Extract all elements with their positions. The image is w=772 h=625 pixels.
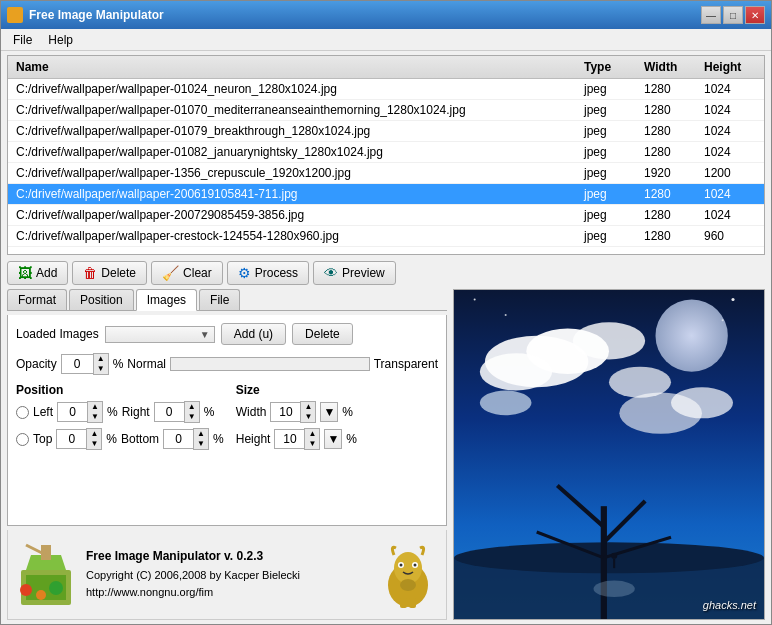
top-radio[interactable]	[16, 433, 29, 446]
normal-label: Normal	[127, 357, 166, 371]
file-height: 1024	[700, 207, 760, 223]
top-down[interactable]: ▼	[87, 439, 101, 449]
toolbar: 🖼 Add 🗑 Delete 🧹 Clear ⚙ Process 👁 Previ…	[1, 257, 771, 289]
left-input[interactable]	[57, 402, 87, 422]
svg-point-4	[20, 584, 32, 596]
loaded-images-label: Loaded Images	[16, 327, 99, 341]
bottom-down[interactable]: ▼	[194, 439, 208, 449]
height-label: Height	[236, 432, 271, 446]
file-height: 960	[700, 249, 760, 251]
svg-rect-15	[409, 598, 416, 608]
height-input[interactable]	[274, 429, 304, 449]
bottom-percent: %	[213, 432, 224, 446]
width-unit-dropdown[interactable]: ▼	[320, 402, 338, 422]
tab-position[interactable]: Position	[69, 289, 134, 310]
tab-file[interactable]: File	[199, 289, 240, 310]
top-input[interactable]	[56, 429, 86, 449]
process-icon: ⚙	[238, 265, 251, 281]
images-tab-content: Loaded Images ▼ Add (u) Delete Opacity ▲	[7, 315, 447, 526]
table-row[interactable]: C:/drivef/wallpaper/wallpaper-01082_janu…	[8, 142, 764, 163]
opacity-spinner[interactable]: ▲ ▼	[93, 353, 109, 375]
close-button[interactable]: ✕	[745, 6, 765, 24]
left-radio[interactable]	[16, 406, 29, 419]
width-down[interactable]: ▼	[301, 412, 315, 422]
add-label: Add	[36, 266, 57, 280]
svg-point-26	[671, 387, 733, 418]
window-controls: — □ ✕	[701, 6, 765, 24]
bottom-label: Bottom	[121, 432, 159, 446]
clear-label: Clear	[183, 266, 212, 280]
width-spinner[interactable]: ▲ ▼	[300, 401, 316, 423]
preview-box: ghacks.net	[453, 289, 765, 620]
opacity-down[interactable]: ▼	[94, 364, 108, 374]
tab-format[interactable]: Format	[7, 289, 67, 310]
height-up[interactable]: ▲	[305, 429, 319, 439]
copyright-text: Copyright (C) 2006,2008 by Kacper Bielec…	[86, 567, 368, 585]
file-width: 1280	[640, 228, 700, 244]
table-row[interactable]: C:/drivef/wallpaper/wallpaper-1356_crepu…	[8, 163, 764, 184]
loaded-images-dropdown[interactable]: ▼	[105, 326, 215, 343]
left-down[interactable]: ▼	[88, 412, 102, 422]
table-row[interactable]: C:/drivef/wallpaper/wallpaper-DHS_wallpa…	[8, 247, 764, 251]
file-name: C:/drivef/wallpaper/wallpaper-01070_medi…	[12, 102, 580, 118]
top-label: Top	[33, 432, 52, 446]
svg-point-12	[400, 563, 403, 566]
height-spinner[interactable]: ▲ ▼	[304, 428, 320, 450]
file-type: jpeg	[580, 123, 640, 139]
height-down[interactable]: ▼	[305, 439, 319, 449]
file-height: 960	[700, 228, 760, 244]
height-unit-dropdown[interactable]: ▼	[324, 429, 342, 449]
images-delete-button[interactable]: Delete	[292, 323, 353, 345]
opacity-slider[interactable]	[170, 357, 370, 371]
menu-help[interactable]: Help	[40, 31, 81, 49]
table-row[interactable]: C:/drivef/wallpaper/wallpaper-2006191058…	[8, 184, 764, 205]
file-type: jpeg	[580, 144, 640, 160]
app-name: Free Image Manipulator v. 0.2.3	[86, 547, 368, 566]
top-up[interactable]: ▲	[87, 429, 101, 439]
svg-point-16	[400, 579, 416, 591]
right-up[interactable]: ▲	[185, 402, 199, 412]
bottom-input[interactable]	[163, 429, 193, 449]
table-row[interactable]: C:/drivef/wallpaper/wallpaper-01070_medi…	[8, 100, 764, 121]
top-percent: %	[106, 432, 117, 446]
add-u-button[interactable]: Add (u)	[221, 323, 286, 345]
clear-button[interactable]: 🧹 Clear	[151, 261, 223, 285]
left-percent: %	[107, 405, 118, 419]
menu-file[interactable]: File	[5, 31, 40, 49]
table-row[interactable]: C:/drivef/wallpaper/wallpaper-2007290854…	[8, 205, 764, 226]
delete-label: Delete	[101, 266, 136, 280]
file-name: C:/drivef/wallpaper/wallpaper-01082_janu…	[12, 144, 580, 160]
position-label: Position	[16, 383, 224, 397]
table-row[interactable]: C:/drivef/wallpaper/wallpaper-crestock-1…	[8, 226, 764, 247]
width-up[interactable]: ▲	[301, 402, 315, 412]
tab-images[interactable]: Images	[136, 289, 197, 311]
svg-rect-14	[400, 598, 407, 608]
loaded-images-row: Loaded Images ▼ Add (u) Delete	[16, 323, 438, 345]
right-spinner[interactable]: ▲ ▼	[184, 401, 200, 423]
table-row[interactable]: C:/drivef/wallpaper/wallpaper-01079_brea…	[8, 121, 764, 142]
bottom-spinner[interactable]: ▲ ▼	[193, 428, 209, 450]
bottom-up[interactable]: ▲	[194, 429, 208, 439]
add-button[interactable]: 🖼 Add	[7, 261, 68, 285]
window-title: Free Image Manipulator	[29, 8, 164, 22]
left-up[interactable]: ▲	[88, 402, 102, 412]
file-height: 1024	[700, 123, 760, 139]
file-list-body[interactable]: C:/drivef/wallpaper/wallpaper-01024_neur…	[8, 79, 764, 251]
preview-button[interactable]: 👁 Preview	[313, 261, 396, 285]
left-spinner[interactable]: ▲ ▼	[87, 401, 103, 423]
process-button[interactable]: ⚙ Process	[227, 261, 309, 285]
file-width: 1280	[640, 102, 700, 118]
top-spinner[interactable]: ▲ ▼	[86, 428, 102, 450]
right-down[interactable]: ▼	[185, 412, 199, 422]
right-input[interactable]	[154, 402, 184, 422]
opacity-input[interactable]	[61, 354, 93, 374]
transparent-label: Transparent	[374, 357, 438, 371]
height-size-percent: %	[346, 432, 357, 446]
delete-button[interactable]: 🗑 Delete	[72, 261, 147, 285]
width-input[interactable]	[270, 402, 300, 422]
maximize-button[interactable]: □	[723, 6, 743, 24]
minimize-button[interactable]: —	[701, 6, 721, 24]
table-row[interactable]: C:/drivef/wallpaper/wallpaper-01024_neur…	[8, 79, 764, 100]
opacity-up[interactable]: ▲	[94, 354, 108, 364]
main-window: Free Image Manipulator — □ ✕ File Help N…	[0, 0, 772, 625]
